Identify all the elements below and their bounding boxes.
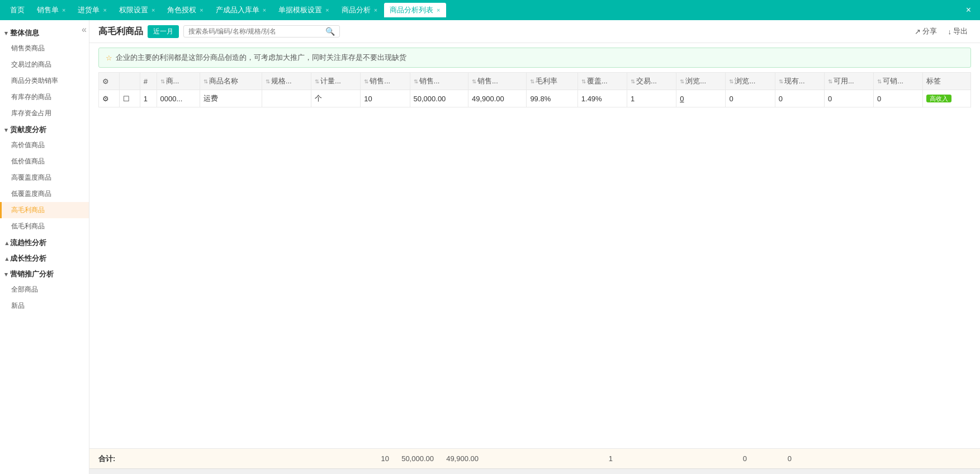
sidebar-item-交易过的商品[interactable]: 交易过的商品 [0, 57, 89, 73]
sort-icon-available[interactable]: ⇅ [828, 78, 832, 85]
nav-close-icon[interactable]: × [103, 7, 106, 13]
sort-icon-saleable[interactable]: ⇅ [877, 78, 882, 85]
table-row[interactable]: ⚙☐10000...运费个1050,000.0049,900.0099.8%1.… [99, 90, 971, 107]
nav-item-进货单[interactable]: 进货单× [72, 3, 112, 17]
sidebar-group-title-成长性分析[interactable]: ▸成长性分析 [0, 250, 89, 266]
coverage-cell: 1.49% [577, 90, 627, 107]
col-header-unit[interactable]: ⇅计量... [311, 73, 361, 90]
search-input[interactable] [188, 27, 323, 35]
sidebar-group-title-贡献度分析[interactable]: ▾贡献度分析 [0, 121, 89, 137]
available-cell: 0 [824, 90, 873, 107]
sidebar-item-高覆盖度商品[interactable]: 高覆盖度商品 [0, 170, 89, 186]
sidebar-groups: ▾整体信息销售类商品交易过的商品商品分类助销率有库存的商品库存资金占用▾贡献度分… [0, 25, 89, 314]
tag-badge: 高收入 [926, 95, 951, 102]
time-filter-button[interactable]: 近一月 [148, 25, 179, 38]
sidebar-item-全部商品[interactable]: 全部商品 [0, 281, 89, 298]
col-header-code[interactable]: ⇅商... [157, 73, 200, 90]
browse1-link[interactable]: 0 [680, 95, 684, 103]
table-header-row: ⚙#⇅商...⇅商品名称⇅规格...⇅计量...⇅销售...⇅销售...⇅销售.… [99, 73, 971, 90]
nav-close-icon[interactable]: × [152, 7, 155, 13]
col-header-saleQty[interactable]: ⇅销售... [361, 73, 410, 90]
browse1-cell[interactable]: 0 [676, 90, 726, 107]
col-header-num: # [140, 73, 157, 90]
col-header-saleAmt2[interactable]: ⇅销售... [468, 73, 526, 90]
col-header-browse1[interactable]: ⇅浏览... [676, 73, 726, 90]
col-header-saleAmt[interactable]: ⇅销售... [410, 73, 468, 90]
sort-icon-spec[interactable]: ⇅ [266, 78, 270, 85]
nav-close-icon[interactable]: × [325, 7, 329, 13]
sidebar-item-商品分类助销率[interactable]: 商品分类助销率 [0, 73, 89, 89]
sidebar-group-label: 流趋性分析 [10, 238, 46, 248]
sidebar-item-库存资金占用[interactable]: 库存资金占用 [0, 105, 89, 121]
col-header-name[interactable]: ⇅商品名称 [200, 73, 262, 90]
col-header-grossMargin[interactable]: ⇅毛利率 [527, 73, 577, 90]
sort-icon-unit[interactable]: ⇅ [315, 78, 319, 85]
col-label-saleAmt2: 销售... [477, 76, 498, 86]
nav-item-权限设置[interactable]: 权限设置× [113, 3, 160, 17]
sort-icon-saleAmt[interactable]: ⇅ [414, 78, 418, 85]
nav-item-首页[interactable]: 首页 [4, 3, 30, 17]
sidebar-item-高价值商品[interactable]: 高价值商品 [0, 137, 89, 153]
nav-close-icon[interactable]: × [437, 7, 440, 13]
sort-icon-current[interactable]: ⇅ [779, 78, 783, 85]
sort-icon-name[interactable]: ⇅ [203, 78, 208, 85]
export-button[interactable]: ↓ 导出 [945, 25, 972, 38]
sidebar-item-低覆盖度商品[interactable]: 低覆盖度商品 [0, 186, 89, 202]
nav-close-icon[interactable]: × [263, 7, 266, 13]
export-icon: ↓ [948, 27, 952, 36]
sort-icon-saleQty[interactable]: ⇅ [364, 78, 368, 85]
col-header-coverage[interactable]: ⇅覆盖... [577, 73, 627, 90]
sidebar-group-title-整体信息[interactable]: ▾整体信息 [0, 25, 89, 40]
col-header-current[interactable]: ⇅现有... [775, 73, 824, 90]
window-close-button[interactable]: × [962, 5, 976, 15]
sort-icon-code[interactable]: ⇅ [160, 78, 165, 85]
col-header-transaction[interactable]: ⇅交易... [627, 73, 676, 90]
col-label-saleable: 可销... [883, 76, 903, 86]
nav-item-销售单[interactable]: 销售单× [31, 3, 71, 17]
nav-item-单据模板设置[interactable]: 单据模板设置× [273, 3, 334, 17]
main-layout: « ▾整体信息销售类商品交易过的商品商品分类助销率有库存的商品库存资金占用▾贡献… [0, 20, 980, 474]
sidebar-collapse-button[interactable]: « [82, 25, 87, 35]
horizontal-scrollbar[interactable] [89, 468, 980, 474]
col-label-coverage: 覆盖... [587, 76, 608, 86]
sort-icon-grossMargin[interactable]: ⇅ [530, 78, 534, 85]
col-header-spec[interactable]: ⇅规格... [262, 73, 311, 90]
col-header-saleable[interactable]: ⇅可销... [874, 73, 923, 90]
sort-icon-transaction[interactable]: ⇅ [631, 78, 635, 85]
sort-icon-browse2[interactable]: ⇅ [729, 78, 733, 85]
info-banner: ☆ 企业的主要的利润都是这部分商品创造的，可考虑加大推广，同时关注库存是不要出现… [98, 48, 971, 68]
data-table: ⚙#⇅商...⇅商品名称⇅规格...⇅计量...⇅销售...⇅销售...⇅销售.… [98, 72, 971, 107]
nav-close-icon[interactable]: × [200, 7, 203, 13]
num-cell: 1 [140, 90, 157, 107]
sidebar-item-新品[interactable]: 新品 [0, 298, 89, 314]
col-header-browse2[interactable]: ⇅浏览... [726, 73, 775, 90]
col-header-available[interactable]: ⇅可用... [824, 73, 873, 90]
col-label-saleAmt: 销售... [419, 76, 440, 86]
summary-sale-qty: 10 [349, 454, 394, 463]
sidebar: « ▾整体信息销售类商品交易过的商品商品分类助销率有库存的商品库存资金占用▾贡献… [0, 20, 89, 474]
sort-icon-coverage[interactable]: ⇅ [581, 78, 586, 85]
nav-item-产成品入库单[interactable]: 产成品入库单× [210, 3, 272, 17]
sort-icon-browse1[interactable]: ⇅ [680, 78, 684, 85]
sidebar-item-有库存的商品[interactable]: 有库存的商品 [0, 89, 89, 105]
sidebar-item-低毛利商品[interactable]: 低毛利商品 [0, 218, 89, 234]
browse2-cell: 0 [726, 90, 775, 107]
chevron-right-icon: ▸ [3, 241, 10, 245]
nav-item-商品分析[interactable]: 商品分析× [336, 3, 383, 17]
info-icon: ☆ [106, 54, 112, 62]
sidebar-group-title-流趋性分析[interactable]: ▸流趋性分析 [0, 234, 89, 250]
search-icon[interactable]: 🔍 [325, 27, 335, 36]
sidebar-group-label: 成长性分析 [10, 254, 46, 264]
share-button[interactable]: ↗ 分享 [911, 25, 940, 38]
nav-close-icon[interactable]: × [62, 7, 65, 13]
share-label: 分享 [922, 26, 937, 36]
table-container[interactable]: ⚙#⇅商...⇅商品名称⇅规格...⇅计量...⇅销售...⇅销售...⇅销售.… [89, 72, 980, 448]
nav-item-商品分析列表[interactable]: 商品分析列表× [384, 3, 446, 17]
nav-item-角色授权[interactable]: 角色授权× [162, 3, 209, 17]
nav-close-icon[interactable]: × [374, 7, 377, 13]
sort-icon-saleAmt2[interactable]: ⇅ [472, 78, 476, 85]
sidebar-group-title-营销推广分析[interactable]: ▾营销推广分析 [0, 266, 89, 281]
sidebar-item-销售类商品[interactable]: 销售类商品 [0, 40, 89, 57]
sidebar-item-低价值商品[interactable]: 低价值商品 [0, 153, 89, 170]
sidebar-item-高毛利商品[interactable]: 高毛利商品 [0, 202, 89, 218]
